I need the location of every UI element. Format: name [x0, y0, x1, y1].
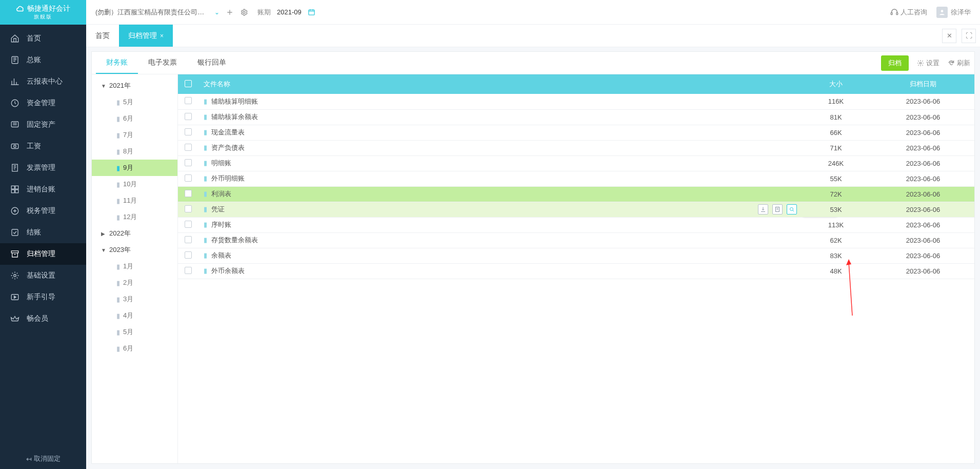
tree-month[interactable]: ▮11月 [92, 192, 177, 209]
settings-button[interactable]: 设置 [917, 58, 939, 68]
tree-month[interactable]: ▮1月 [92, 258, 177, 275]
nav-label: 云报表中心 [27, 77, 63, 86]
row-checkbox[interactable] [185, 251, 192, 259]
caret-icon: ▶ [101, 231, 106, 237]
consult-button[interactable]: 人工咨询 [890, 8, 927, 17]
tree-month[interactable]: ▮8月 [92, 143, 177, 160]
file-name: 外币明细账 [211, 174, 245, 182]
row-checkbox[interactable] [185, 144, 192, 151]
headset-icon [890, 8, 898, 16]
row-checkbox[interactable] [185, 159, 192, 166]
unpin-button[interactable]: ↤ 取消固定 [0, 448, 86, 469]
nav-fixed-asset[interactable]: 固定资产 [0, 114, 86, 135]
nav-archive[interactable]: 归档管理 [0, 243, 86, 265]
table-row[interactable]: ▮辅助核算余额表81K2023-06-06 [178, 109, 974, 125]
svg-rect-9 [15, 190, 18, 193]
nav-cloud-report[interactable]: 云报表中心 [0, 71, 86, 92]
row-checkbox[interactable] [185, 174, 192, 182]
tab-首页[interactable]: 首页 [86, 25, 119, 47]
view-pdf-icon[interactable]: PDF查看 [787, 204, 797, 214]
nav-tax[interactable]: 税务管理 [0, 200, 86, 222]
chevron-down-icon[interactable]: ⌄ [214, 9, 219, 16]
table-row[interactable]: ▮凭证PDF查看53K2023-06-06 [178, 202, 974, 217]
select-all-checkbox[interactable] [185, 80, 192, 87]
tree-month[interactable]: ▮4月 [92, 307, 177, 324]
user-menu[interactable]: 徐泽华 [936, 7, 971, 18]
table-row[interactable]: ▮存货数量余额表62K2023-06-06 [178, 232, 974, 248]
svg-point-19 [941, 10, 944, 12]
table-row[interactable]: ▮外币明细账55K2023-06-06 [178, 171, 974, 186]
row-checkbox[interactable] [185, 128, 192, 135]
period-value[interactable]: 2021-09 [277, 8, 302, 16]
add-icon[interactable] [226, 8, 234, 16]
tree-month[interactable]: ▮12月 [92, 209, 177, 225]
row-checkbox[interactable] [185, 205, 192, 212]
tree-month[interactable]: ▮7月 [92, 127, 177, 143]
tree-month[interactable]: ▮5月 [92, 94, 177, 110]
table-row[interactable]: ▮辅助核算明细账116K2023-06-06 [178, 94, 974, 109]
table-row[interactable]: ▮余额表83K2023-06-06 [178, 248, 974, 263]
tree-month[interactable]: ▮10月 [92, 176, 177, 192]
brand-name: 畅捷通好会计 [27, 4, 70, 13]
nav-ledger[interactable]: 总账 [0, 49, 86, 71]
nav-home[interactable]: 首页 [0, 28, 86, 49]
file-date: 2023-06-06 [872, 109, 974, 125]
tree-month[interactable]: ▮3月 [92, 291, 177, 307]
nav-stock[interactable]: 进销台账 [0, 179, 86, 200]
nav-label: 归档管理 [27, 249, 55, 259]
subtab-电子发票[interactable]: 电子发票 [138, 52, 187, 74]
file-date: 2023-06-06 [872, 263, 974, 279]
table-row[interactable]: ▮外币余额表48K2023-06-06 [178, 263, 974, 279]
nav-member[interactable]: 畅会员 [0, 308, 86, 329]
file-date: 2023-06-06 [872, 202, 974, 217]
calendar-icon[interactable] [308, 8, 315, 16]
nav-settings[interactable]: 基础设置 [0, 265, 86, 286]
table-row[interactable]: ▮明细账246K2023-06-06 [178, 155, 974, 171]
tree-year[interactable]: ▼2021年 [92, 77, 177, 94]
tree-month[interactable]: ▮6月 [92, 340, 177, 357]
company-selector[interactable]: (勿删）江西服宝精品有限责任公司（... [95, 8, 208, 17]
tree-month[interactable]: ▮6月 [92, 110, 177, 127]
table-row[interactable]: ▮序时账113K2023-06-06 [178, 217, 974, 232]
table-row[interactable]: ▮资产负债表71K2023-06-06 [178, 140, 974, 155]
nav-fund[interactable]: 资金管理 [0, 92, 86, 114]
tree-month[interactable]: ▮2月 [92, 275, 177, 291]
tree-month[interactable]: ▮5月 [92, 324, 177, 340]
row-checkbox[interactable] [185, 190, 192, 197]
fullscreen-icon[interactable]: ⛶ [962, 29, 976, 43]
row-checkbox[interactable] [185, 221, 192, 228]
row-checkbox[interactable] [185, 113, 192, 120]
nav-invoice[interactable]: 发票管理 [0, 157, 86, 179]
refresh-button[interactable]: 刷新 [948, 58, 970, 68]
subtab-银行回单[interactable]: 银行回单 [187, 52, 236, 74]
file-date: 2023-06-06 [872, 217, 974, 232]
topbar: (勿删）江西服宝精品有限责任公司（... ⌄ 账期 2021-09 人工咨询 徐… [86, 0, 980, 25]
archive-button[interactable]: 归档 [881, 55, 909, 71]
nav-label: 税务管理 [27, 206, 55, 216]
tree-year[interactable]: ▶2022年 [92, 225, 177, 242]
gear-icon[interactable] [240, 8, 248, 16]
file-size: 72K [800, 186, 872, 202]
nav-close[interactable]: 结账 [0, 222, 86, 243]
table-row[interactable]: ▮现金流量表66K2023-06-06 [178, 125, 974, 140]
subtab-财务账[interactable]: 财务账 [96, 52, 138, 74]
row-checkbox[interactable] [185, 236, 192, 243]
close-icon[interactable]: ✕ [942, 29, 956, 43]
table-row[interactable]: ▮利润表72K2023-06-06 [178, 186, 974, 202]
row-checkbox[interactable] [185, 97, 192, 104]
tree-month[interactable]: ▮9月 [92, 160, 177, 176]
close-icon[interactable]: × [160, 32, 164, 40]
tree-year[interactable]: ▼2023年 [92, 242, 177, 258]
nav-label: 首页 [27, 34, 41, 43]
refresh-label: 刷新 [957, 58, 970, 68]
download-excel-icon[interactable] [758, 204, 768, 214]
folder-icon: ▮ [116, 312, 120, 320]
tab-归档管理[interactable]: 归档管理× [119, 25, 173, 47]
row-checkbox[interactable] [185, 267, 192, 274]
nav-salary[interactable]: 工资 [0, 135, 86, 157]
nav-guide[interactable]: 新手引导 [0, 286, 86, 308]
download-pdf-icon[interactable] [772, 204, 783, 214]
arrow-left-icon: ↤ [26, 455, 32, 463]
file-date: 2023-06-06 [872, 186, 974, 202]
nav-label: 畅会员 [27, 314, 48, 323]
